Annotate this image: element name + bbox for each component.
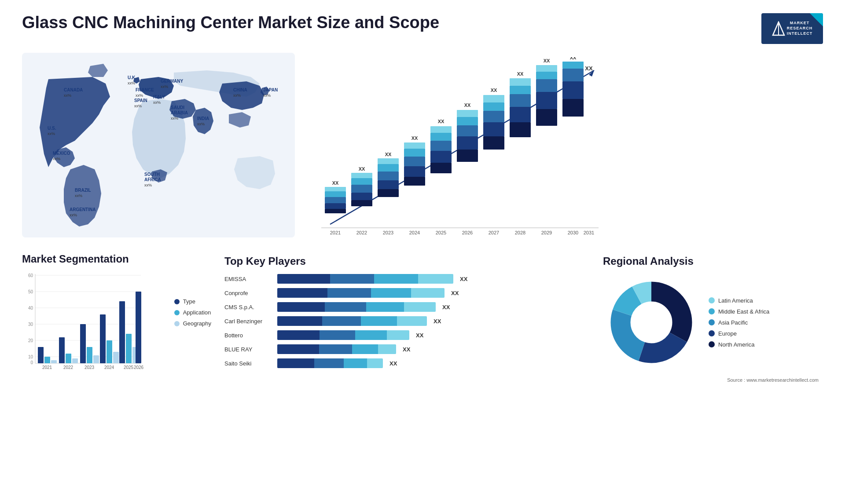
- page-title: Glass CNC Machining Center Market Size a…: [22, 13, 439, 32]
- map-label-japan: JAPAN: [263, 88, 278, 92]
- growth-year-2024: 2024: [409, 230, 420, 235]
- growth-xx-2029: XX: [544, 58, 550, 63]
- growth-year-2030: 2030: [568, 230, 578, 235]
- svg-point-97: [633, 304, 670, 341]
- regional-section: Regional Analysis: [599, 253, 823, 385]
- reg-label-europe: Europe: [718, 330, 737, 337]
- player-name-bottero: Bottero: [224, 332, 273, 339]
- svg-rect-86: [119, 301, 125, 363]
- growth-year-2027: 2027: [489, 230, 499, 235]
- legend-application: Application: [174, 309, 211, 316]
- player-row-cms: CMS S.p.A. XX: [224, 302, 585, 312]
- reg-legend-na: North America: [709, 341, 769, 348]
- legend-type: Type: [174, 298, 211, 305]
- growth-xx-2022: XX: [359, 166, 365, 172]
- svg-rect-35: [457, 110, 478, 117]
- growth-xx-2023: XX: [385, 152, 392, 157]
- growth-xx-2027: XX: [491, 88, 497, 93]
- svg-rect-30: [430, 126, 452, 133]
- world-map-section: CANADA xx% U.S. xx% MEXICO xx% BRAZIL xx…: [22, 53, 295, 251]
- reg-dot-europe: [709, 330, 715, 336]
- svg-text:20: 20: [28, 338, 33, 343]
- svg-rect-72: [51, 360, 57, 363]
- donut-chart: [603, 274, 700, 371]
- reg-dot-latin: [709, 297, 715, 303]
- svg-text:2023: 2023: [84, 365, 95, 370]
- reg-label-na: North America: [718, 341, 754, 348]
- map-label-italy: ITALY: [153, 95, 165, 99]
- player-xx-carl: XX: [434, 318, 441, 325]
- legend-dot-geography: [174, 321, 180, 326]
- svg-rect-11: [351, 200, 372, 206]
- svg-rect-38: [483, 111, 504, 122]
- map-label-saudi2: ARABIA: [171, 110, 188, 115]
- growth-xx-2030: XX: [570, 57, 577, 60]
- player-row-blueray: BLUE RAY XX: [224, 344, 585, 354]
- svg-rect-10: [325, 187, 346, 191]
- logo-icon: [772, 21, 785, 37]
- svg-rect-15: [351, 173, 372, 178]
- player-name-blueray: BLUE RAY: [224, 346, 273, 353]
- reg-dot-apac: [709, 319, 715, 325]
- player-name-saito: Saito Seiki: [224, 360, 273, 367]
- svg-text:0: 0: [30, 360, 33, 365]
- svg-rect-78: [80, 324, 86, 363]
- svg-rect-33: [457, 125, 478, 136]
- legend-geography: Geography: [174, 320, 211, 327]
- map-pct-france: xx%: [136, 93, 143, 98]
- map-pct-us: xx%: [48, 131, 55, 136]
- map-pct-southafrica: xx%: [144, 183, 152, 187]
- svg-rect-23: [404, 157, 425, 166]
- svg-rect-36: [483, 136, 504, 150]
- growth-year-2025: 2025: [436, 230, 446, 235]
- svg-rect-83: [107, 340, 112, 363]
- svg-rect-13: [351, 185, 372, 193]
- player-xx-blueray: XX: [403, 346, 410, 353]
- growth-year-2023: 2023: [383, 230, 393, 235]
- page-header: Glass CNC Machining Center Market Size a…: [22, 13, 823, 44]
- svg-rect-12: [351, 193, 372, 200]
- svg-rect-50: [536, 65, 557, 72]
- reg-legend-europe: Europe: [709, 330, 769, 337]
- legend-dot-type: [174, 299, 180, 304]
- map-pct-china: xx%: [233, 93, 241, 98]
- player-name-carl: Carl Benzinger: [224, 318, 273, 325]
- growth-xx-2025: XX: [438, 119, 445, 124]
- svg-rect-49: [536, 72, 557, 79]
- svg-rect-90: [136, 292, 141, 363]
- svg-rect-6: [325, 209, 346, 213]
- growth-year-2026: 2026: [462, 230, 473, 235]
- growth-xx-2024: XX: [411, 135, 418, 141]
- map-pct-canada: xx%: [64, 93, 71, 98]
- map-label-brazil: BRAZIL: [75, 188, 91, 193]
- map-label-southafrica: SOUTH: [144, 172, 160, 177]
- svg-text:40: 40: [28, 306, 33, 310]
- donut-container: Latin America Middle East & Africa Asia …: [603, 274, 819, 371]
- map-label-canada: CANADA: [64, 88, 83, 92]
- svg-text:2025: 2025: [124, 365, 134, 370]
- players-title: Top Key Players: [224, 255, 585, 267]
- svg-rect-29: [430, 133, 452, 141]
- map-pct-argentina: xx%: [70, 213, 77, 217]
- map-pct-spain: xx%: [134, 104, 142, 108]
- svg-rect-52: [562, 81, 584, 99]
- player-row-carl: Carl Benzinger XX: [224, 316, 585, 326]
- map-pct-brazil: xx%: [75, 194, 82, 198]
- svg-rect-28: [430, 141, 452, 151]
- reg-label-latin: Latin America: [718, 297, 753, 304]
- growth-xx-2021: XX: [332, 180, 339, 186]
- svg-rect-20: [378, 158, 399, 164]
- map-label-france: FRANCE: [136, 88, 154, 92]
- map-label-uk: U.K.: [128, 75, 136, 80]
- segmentation-title: Market Segmentation: [22, 253, 211, 265]
- reg-legend-apac: Asia Pacific: [709, 319, 769, 326]
- map-pct-japan: xx%: [263, 93, 271, 98]
- reg-label-apac: Asia Pacific: [718, 319, 748, 326]
- svg-rect-48: [536, 79, 557, 92]
- svg-text:30: 30: [28, 322, 33, 327]
- logo: MARKET RESEARCH INTELLECT: [761, 13, 823, 44]
- svg-rect-24: [404, 149, 425, 157]
- growth-chart-section: XX 2021 XX 2022 XX 2023: [295, 53, 823, 251]
- player-name-conprofe: Conprofe: [224, 290, 273, 296]
- svg-rect-16: [378, 189, 399, 197]
